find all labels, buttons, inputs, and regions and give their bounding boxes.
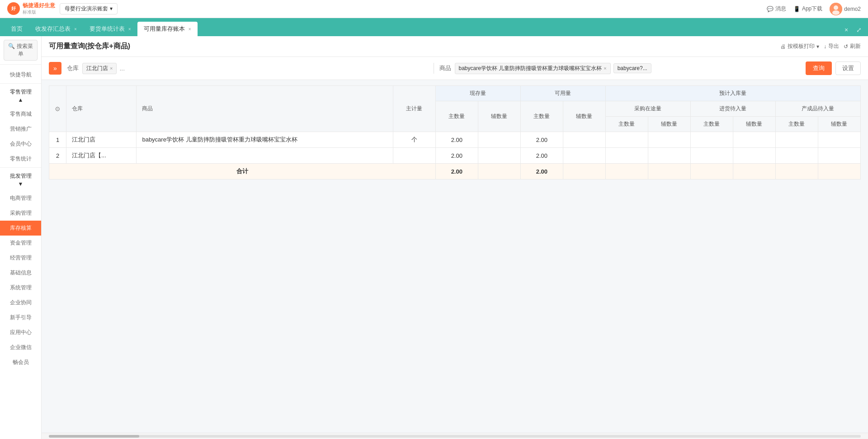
sidebar-item-system-mgmt[interactable]: 系统管理 — [0, 280, 41, 295]
tab-receipt-summary-label: 收发存汇总表 — [35, 25, 71, 33]
sidebar-divider-2 — [0, 167, 41, 168]
sidebar-item-member-center[interactable]: 会员中心 — [0, 137, 41, 151]
warehouse-filter-label: 仓库 — [67, 64, 79, 72]
sidebar-item-ecommerce-mgmt[interactable]: 电商管理 — [0, 191, 41, 206]
print-by-template-btn[interactable]: 🖨 按模板打印 ▾ — [780, 42, 819, 50]
th-purchase-pending-aux: 辅数量 — [733, 117, 775, 132]
username-label: demo2 — [844, 6, 861, 12]
warehouse-tag-jiangbei-close[interactable]: × — [110, 66, 113, 71]
bottom-scroll[interactable] — [42, 433, 868, 439]
warehouse-filter-group: 仓库 江北门店 × ... — [67, 63, 428, 74]
filter-divider — [434, 63, 434, 74]
tab-receipt-summary[interactable]: 收发存汇总表 × — [29, 22, 83, 36]
th-production-pending: 产成品待入量 — [775, 101, 860, 117]
cell-row-num: 1 — [49, 132, 66, 148]
sidebar-item-new-guide[interactable]: 新手引导 — [0, 310, 41, 325]
warehouse-filter-more[interactable]: ... — [119, 65, 125, 72]
logo-sub: 标准版 — [23, 9, 55, 15]
footer-purchase-pending-main — [690, 164, 733, 179]
tab-order-stats[interactable]: 要货单统计表 × — [83, 22, 137, 36]
th-purchase-transit-aux: 辅数量 — [648, 117, 690, 132]
cell-available-main-qty: 2.00 — [520, 148, 563, 164]
sidebar-item-retail-mall[interactable]: 零售商城 — [0, 107, 41, 122]
filter-toggle-btn[interactable]: » — [49, 62, 61, 75]
message-action[interactable]: 💬 消息 — [767, 5, 786, 13]
th-planned-inbound: 预计入库量 — [605, 86, 860, 101]
sidebar-retail-stats-label: 零售统计 — [10, 155, 32, 163]
tab-home[interactable]: 首页 — [5, 22, 29, 36]
sidebar-item-vip-member[interactable]: 畅会员 — [0, 355, 41, 370]
industry-select[interactable]: 母婴行业演示账套 ▾ — [60, 3, 118, 14]
tab-receipt-summary-close[interactable]: × — [74, 27, 77, 32]
sidebar-item-app-center[interactable]: 应用中心 — [0, 325, 41, 340]
th-settings[interactable]: ⚙ — [49, 86, 66, 132]
cell-current-aux-qty — [478, 132, 520, 148]
sidebar-item-enterprise-wechat[interactable]: 企业微信 — [0, 340, 41, 355]
tab-order-stats-label: 要货单统计表 — [90, 25, 125, 33]
sidebar-nav: 快捷导航 零售管理 ▲ 零售商城 营销推广 会员中心 零售统计 批发管理 ▼ — [0, 65, 41, 373]
search-menu-btn[interactable]: 🔍 搜索菜单 — [4, 40, 38, 61]
avatar — [830, 3, 842, 15]
warehouse-tag-jiangbei[interactable]: 江北门店 × — [82, 63, 117, 74]
product-tag-babycare-close[interactable]: × — [604, 66, 606, 71]
sidebar-divider-1 — [0, 83, 41, 84]
app-download-action[interactable]: 📱 App下载 — [793, 5, 822, 13]
cell-available-aux-qty — [563, 148, 605, 164]
sidebar-item-finance-mgmt[interactable]: 资金管理 — [0, 236, 41, 250]
top-bar-right: 💬 消息 📱 App下载 demo2 — [767, 3, 861, 15]
sidebar-item-operations-mgmt[interactable]: 经营管理 — [0, 250, 41, 265]
footer-available-main-qty: 2.00 — [520, 164, 563, 179]
tab-home-label: 首页 — [11, 25, 23, 33]
cell-purchase-pending-main — [690, 132, 733, 148]
product-tag-babycare[interactable]: babycare学饮杯 儿童防摔防撞吸管杯重力球吸嘴杯宝宝水杯 × — [455, 63, 611, 74]
expand-btn[interactable]: ⤢ — [854, 25, 863, 34]
cell-current-main-qty: 2.00 — [435, 148, 478, 164]
export-btn[interactable]: ↓ 导出 — [824, 42, 839, 50]
sidebar-vip-member-label: 畅会员 — [13, 359, 29, 366]
sidebar-wholesale-mgmt-arrow: ▼ — [18, 181, 24, 187]
footer-available-aux-qty — [563, 164, 605, 179]
sidebar-new-guide-label: 新手引导 — [10, 314, 32, 321]
product-tag-babycare2[interactable]: babycare?... — [613, 63, 651, 73]
sidebar: 🔍 搜索菜单 快捷导航 零售管理 ▲ 零售商城 营销推广 会员中心 — [0, 36, 42, 439]
query-button[interactable]: 查询 — [806, 61, 832, 75]
sidebar-item-enterprise-collab[interactable]: 企业协同 — [0, 295, 41, 310]
sidebar-enterprise-wechat-label: 企业微信 — [10, 344, 32, 351]
sidebar-retail-mgmt-arrow: ▲ — [18, 97, 24, 103]
cell-current-main-qty: 2.00 — [435, 132, 478, 148]
tab-order-stats-close[interactable]: × — [128, 27, 131, 32]
sidebar-item-purchase-mgmt[interactable]: 采购管理 — [0, 206, 41, 221]
warehouse-tag-jiangbei-label: 江北门店 — [86, 65, 108, 72]
sidebar-item-wholesale-mgmt[interactable]: 批发管理 ▼ — [0, 169, 41, 191]
sidebar-item-inventory-check[interactable]: 库存核算 — [0, 221, 41, 236]
table-wrapper[interactable]: ⚙ 仓库 商品 主计量 现存量 可用量 预计入库量 主数量 辅数量 主数量 辅数… — [42, 80, 868, 433]
sidebar-item-quick-nav[interactable]: 快捷导航 — [0, 67, 41, 82]
warehouse-filter-tags: 江北门店 × ... — [82, 63, 428, 74]
setting-button[interactable]: 设置 — [835, 61, 861, 75]
tab-available-inventory[interactable]: 可用量库存账本 × — [137, 22, 198, 36]
cell-warehouse: 江北门店【... — [66, 148, 137, 164]
footer-current-aux-qty — [478, 164, 520, 179]
tab-available-inventory-close[interactable]: × — [189, 27, 191, 32]
cell-purchase-transit-main — [605, 148, 648, 164]
th-current-stock: 现存量 — [435, 86, 520, 101]
th-warehouse: 仓库 — [66, 86, 137, 132]
sidebar-item-retail-mgmt[interactable]: 零售管理 ▲ — [0, 85, 41, 107]
footer-label: 合计 — [49, 164, 436, 179]
th-available-main-qty: 主数量 — [520, 101, 563, 132]
sidebar-item-marketing[interactable]: 营销推广 — [0, 122, 41, 137]
content-area: 可用量查询(按仓库+商品) 🖨 按模板打印 ▾ ↓ 导出 ↺ 刷新 — [42, 36, 868, 439]
tab-available-inventory-label: 可用量库存账本 — [144, 25, 185, 33]
cell-main-unit — [393, 148, 435, 164]
close-all-tabs-btn[interactable]: × — [842, 25, 851, 34]
chevron-down-icon: ▾ — [110, 5, 113, 12]
sidebar-system-mgmt-label: 系统管理 — [10, 284, 32, 292]
sidebar-item-retail-stats[interactable]: 零售统计 — [0, 151, 41, 166]
refresh-btn[interactable]: ↺ 刷新 — [844, 42, 861, 50]
settings-icon[interactable]: ⚙ — [55, 105, 61, 113]
search-icon: 🔍 — [8, 43, 15, 49]
user-area[interactable]: demo2 — [830, 3, 861, 15]
cell-goods: babycare学饮杯 儿童防摔防撞吸管杯重力球吸嘴杯宝宝水杯 — [137, 132, 393, 148]
sidebar-item-basic-info[interactable]: 基础信息 — [0, 265, 41, 280]
table-row: 2 江北门店【... 2.00 2.00 — [49, 148, 861, 164]
